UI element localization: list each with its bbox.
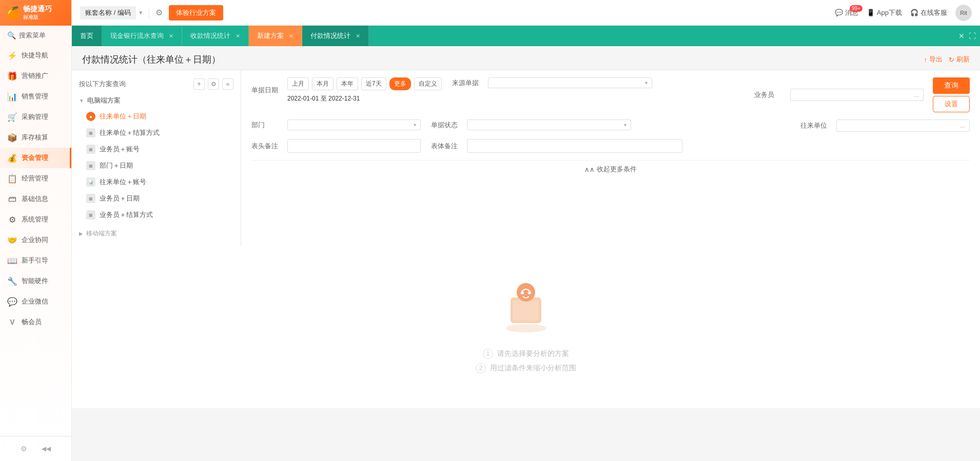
add-icon: +	[197, 81, 201, 88]
sidebar-item-purchase[interactable]: 🛒 采购管理	[0, 107, 71, 127]
sidebar-item-vip[interactable]: V 畅会员	[0, 312, 71, 332]
app-label: App下载	[877, 8, 902, 17]
hint-text-1: 请先选择要分析的方案	[497, 349, 569, 358]
desktop-group-arrow: ▼	[79, 98, 84, 104]
dept-select[interactable]	[287, 119, 421, 130]
sidebar-item-search[interactable]: 🔍 搜索菜单	[0, 26, 71, 45]
app-icon: 📱	[867, 9, 875, 16]
filter-row-3: 表头备注 表体备注	[251, 139, 970, 153]
message-btn[interactable]: 💬 消息 99+	[835, 8, 858, 17]
date-label: 单据日期	[251, 86, 282, 95]
tab-new-scheme[interactable]: 新建方案 ✕	[249, 26, 302, 46]
message-badge: 99+	[850, 5, 863, 12]
export-icon: ↑	[924, 56, 928, 64]
sidebar-item-sales[interactable]: 📊 销售管理	[0, 86, 71, 107]
scheme-header-icons: + ⚙ «	[193, 78, 233, 90]
sidebar-item-enterprise[interactable]: 🤝 企业协同	[0, 230, 71, 250]
app-download-btn[interactable]: 📱 App下载	[867, 8, 902, 17]
date-btn-this-month[interactable]: 本月	[312, 77, 334, 90]
sidebar-item-inventory[interactable]: 📦 库存核算	[0, 127, 71, 148]
scheme-salesman-account-label: 业务员＋账号	[100, 145, 140, 154]
date-btn-this-year[interactable]: 本年	[337, 77, 358, 90]
purchase-label: 采购管理	[22, 112, 48, 122]
date-btn-more[interactable]: 更多	[389, 77, 411, 90]
scheme-item-salesman-date[interactable]: ▦ 业务员＋日期	[72, 190, 241, 207]
bill-status-label: 单据状态	[431, 121, 462, 130]
scheme-add-btn[interactable]: +	[193, 78, 205, 90]
unit-field: 往来单位 ...	[800, 119, 970, 132]
scheme-item-unit-account[interactable]: 📊 往来单位＋账号	[72, 174, 241, 190]
sidebar-collapse-btn[interactable]: ◀◀	[36, 442, 56, 455]
tab-home[interactable]: 首页	[72, 26, 102, 46]
date-btn-last-month[interactable]: 上月	[287, 77, 309, 90]
header-note-label: 表头备注	[251, 142, 282, 151]
logo-name: 畅捷通巧	[23, 5, 52, 14]
scheme-item-salesman-account[interactable]: ▦ 业务员＋账号	[72, 141, 241, 157]
sidebar-item-marketing[interactable]: 🎁 营销推广	[0, 66, 71, 86]
weixin-label: 企业微信	[22, 297, 48, 306]
desktop-scheme-group: ▼ 电脑端方案 ● 往来单位＋日期 ▦ 往来单位＋结算方式 ▦ 业务员＋账号	[72, 93, 241, 226]
scheme-settings-btn[interactable]: ⚙	[208, 78, 219, 90]
sidebar-item-operations[interactable]: 📋 经营管理	[0, 168, 71, 189]
operations-label: 经营管理	[22, 174, 48, 183]
header-note-input[interactable]	[287, 139, 421, 153]
customer-service-btn[interactable]: 🎧 在线客服	[910, 8, 947, 17]
scheme-salesman-settle-icon: ▦	[86, 210, 95, 219]
salesman-select[interactable]: ...	[790, 89, 924, 101]
refresh-btn[interactable]: ↻ 刷新	[949, 55, 970, 64]
tab-payment-stats[interactable]: 付款情况统计 ✕	[302, 26, 369, 46]
tab-receipt-stats[interactable]: 收款情况统计 ✕	[182, 26, 249, 46]
scheme-collapse-btn[interactable]: «	[222, 78, 233, 90]
sidebar-settings-btn[interactable]: ⚙	[15, 442, 32, 456]
finance-label: 资金管理	[22, 153, 48, 163]
unit-label: 往来单位	[800, 121, 831, 130]
sidebar-item-finance[interactable]: 💰 资金管理	[0, 148, 71, 168]
guide-label: 新手引导	[22, 256, 48, 265]
sidebar-item-system[interactable]: ⚙ 系统管理	[0, 209, 71, 230]
account-selector[interactable]: 账套名称 / 编码 ▾	[80, 6, 143, 19]
trial-btn[interactable]: 体验行业方案	[169, 5, 223, 21]
topbar-right: 💬 消息 99+ 📱 App下载 🎧 在线客服 Rit	[835, 5, 972, 21]
tab-cash-bank[interactable]: 现金银行流水查询 ✕	[102, 26, 182, 46]
topbar-gear-btn[interactable]: ⚙	[155, 8, 163, 17]
date-btn-custom[interactable]: 自定义	[414, 77, 442, 90]
collapse-up-icon: ∧∧	[584, 166, 595, 173]
sidebar-logo: 🍊 畅捷通巧 标准版	[0, 0, 71, 26]
tab-new-scheme-close[interactable]: ✕	[289, 33, 293, 39]
tab-close-all-btn[interactable]: ✕	[958, 32, 965, 40]
tab-receipt-stats-close[interactable]: ✕	[236, 33, 240, 39]
sidebar-item-basic[interactable]: 🗃 基础信息	[0, 189, 71, 209]
hardware-icon: 🔧	[7, 276, 17, 286]
marketing-icon: 🎁	[7, 71, 17, 81]
body-note-input[interactable]	[467, 139, 682, 153]
sidebar-item-quick-nav[interactable]: ⚡ 快捷导航	[0, 45, 71, 66]
sidebar-search-label: 搜索菜单	[19, 31, 46, 40]
desktop-group-label[interactable]: ▼ 电脑端方案	[72, 93, 241, 108]
tab-expand-btn[interactable]: ⛶	[969, 32, 976, 40]
sidebar-bottom: ⚙ ◀◀	[0, 436, 71, 461]
collapse-more-btn[interactable]: ∧∧ 收起更多条件	[251, 160, 970, 178]
settings-btn[interactable]: 设置	[933, 96, 970, 112]
mobile-scheme-group[interactable]: ▶ 移动端方案	[72, 226, 241, 241]
unit-select[interactable]: ...	[836, 119, 970, 132]
enterprise-icon: 🤝	[7, 235, 17, 245]
bill-status-select[interactable]	[467, 119, 631, 130]
sidebar-item-hardware[interactable]: 🔧 智能硬件	[0, 271, 71, 291]
date-range-display: 2022-01-01 至 2022-12-31	[287, 94, 442, 103]
sidebar-item-weixin[interactable]: 💬 企业微信	[0, 291, 71, 312]
tab-cash-bank-close[interactable]: ✕	[169, 33, 173, 39]
scheme-item-salesman-settle[interactable]: ▦ 业务员＋结算方式	[72, 207, 241, 223]
scheme-item-unit-settle[interactable]: ▦ 往来单位＋结算方式	[72, 125, 241, 141]
user-avatar[interactable]: Rit	[955, 5, 972, 21]
export-btn[interactable]: ↑ 导出	[924, 55, 943, 64]
scheme-salesman-date-icon: ▦	[86, 194, 95, 203]
sidebar-item-guide[interactable]: 📖 新手引导	[0, 250, 71, 271]
source-select[interactable]	[488, 77, 652, 88]
desktop-group-text: 电脑端方案	[87, 96, 121, 105]
tab-payment-stats-close[interactable]: ✕	[356, 33, 360, 39]
query-btn[interactable]: 查询	[933, 77, 970, 94]
account-name: 账套名称 / 编码	[80, 6, 136, 19]
scheme-item-dept-date[interactable]: ▦ 部门＋日期	[72, 157, 241, 174]
date-btn-7days[interactable]: 近7天	[361, 77, 386, 90]
scheme-item-unit-date[interactable]: ● 往来单位＋日期	[72, 108, 241, 125]
